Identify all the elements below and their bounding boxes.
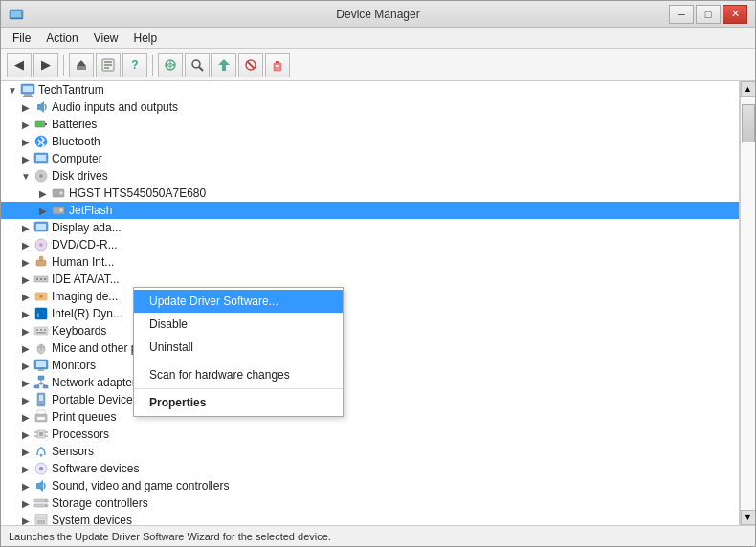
icon-disk	[33, 168, 49, 184]
expand-portable[interactable]: ▶	[18, 392, 33, 407]
svg-rect-22	[23, 96, 33, 97]
ctx-scan-hardware[interactable]: Scan for hardware changes	[134, 363, 343, 386]
tree-item-portable[interactable]: ▶Portable Devices	[1, 391, 739, 408]
tree-item-jetflash[interactable]: ▶JetFlash	[1, 202, 739, 219]
tree-item-network[interactable]: ▶Network adapters	[1, 374, 739, 391]
expand-display[interactable]: ▶	[18, 220, 33, 235]
svg-rect-73	[37, 417, 45, 420]
tree-item-monitors[interactable]: ▶Monitors	[1, 357, 739, 374]
close-button[interactable]: ✕	[723, 5, 747, 24]
tree-item-disk[interactable]: ▼Disk drives	[1, 167, 739, 185]
expand-keyboards[interactable]: ▶	[18, 323, 33, 339]
label-hgst: HGST HTS545050A7E680	[69, 186, 206, 200]
tree-item-intel[interactable]: ▶iIntel(R) Dyn...	[1, 305, 739, 322]
tree-item-human[interactable]: ▶Human Int...	[1, 253, 739, 271]
svg-point-35	[59, 191, 63, 195]
tree-item-processors[interactable]: ▶Processors	[1, 426, 739, 443]
menu-bar: File Action View Help	[1, 28, 755, 49]
ctx-properties[interactable]: Properties	[134, 391, 343, 414]
menu-view[interactable]: View	[86, 30, 126, 47]
svg-point-49	[39, 295, 43, 298]
ctx-uninstall[interactable]: Uninstall	[134, 336, 343, 359]
expand-sensors[interactable]: ▶	[18, 444, 33, 459]
tree-root[interactable]: ▼ TechTantrum	[1, 81, 739, 98]
title-bar: Device Manager ─ □ ✕	[1, 1, 755, 28]
status-text: Launches the Update Driver Software Wiza…	[9, 531, 331, 542]
menu-help[interactable]: Help	[126, 30, 166, 47]
scroll-up-button[interactable]: ▲	[741, 81, 756, 97]
expand-hgst[interactable]: ▶	[35, 186, 51, 201]
tree-item-system[interactable]: ▶System devices	[1, 512, 739, 525]
icon-portable	[33, 392, 49, 407]
scroll-thumb[interactable]	[742, 104, 755, 142]
expand-dvd[interactable]: ▶	[18, 237, 33, 252]
device-tree[interactable]: ▼ TechTantrum ▶Audio inputs and outputs▶…	[1, 81, 740, 525]
root-expand[interactable]: ▼	[5, 82, 20, 98]
menu-action[interactable]: Action	[38, 30, 85, 47]
tree-item-mice[interactable]: ▶Mice and other pointing devices	[1, 339, 739, 357]
expand-ide[interactable]: ▶	[18, 272, 33, 287]
tree-item-hgst[interactable]: ▶HGST HTS545050A7E680	[1, 185, 739, 202]
tree-item-keyboards[interactable]: ▶Keyboards	[1, 322, 739, 339]
tree-item-audio[interactable]: ▶Audio inputs and outputs	[1, 98, 739, 116]
label-sensors: Sensors	[52, 445, 94, 458]
maximize-button[interactable]: □	[696, 5, 721, 24]
label-ide: IDE ATA/AT...	[52, 273, 120, 286]
main-area: ▼ TechTantrum ▶Audio inputs and outputs▶…	[1, 81, 755, 525]
icon-monitors	[33, 358, 49, 373]
label-disk: Disk drives	[52, 169, 108, 183]
scan-button[interactable]	[185, 53, 210, 77]
scrollbar[interactable]: ▲ ▼	[740, 81, 755, 525]
tree-item-print[interactable]: ▶Print queues	[1, 408, 739, 426]
expand-monitors[interactable]: ▶	[18, 358, 33, 373]
uninstall-button[interactable]	[265, 53, 290, 77]
ctx-disable[interactable]: Disable	[134, 313, 343, 336]
tree-item-storage[interactable]: ▶Storage controllers	[1, 494, 739, 512]
expand-batteries[interactable]: ▶	[18, 117, 33, 132]
label-system: System devices	[52, 514, 132, 525]
expand-storage[interactable]: ▶	[18, 495, 33, 511]
up-button[interactable]	[69, 53, 94, 77]
expand-mice[interactable]: ▶	[18, 340, 33, 356]
tree-item-sound[interactable]: ▶Sound, video and game controllers	[1, 477, 739, 494]
expand-processors[interactable]: ▶	[18, 427, 33, 442]
tree-item-sensors[interactable]: ▶Sensors	[1, 443, 739, 460]
svg-marker-84	[36, 480, 43, 492]
expand-human[interactable]: ▶	[18, 254, 33, 270]
scroll-track[interactable]	[741, 97, 755, 510]
expand-imaging[interactable]: ▶	[18, 289, 33, 304]
forward-button[interactable]: ▶	[33, 53, 58, 77]
expand-software[interactable]: ▶	[18, 461, 33, 476]
tree-item-software[interactable]: ▶Software devices	[1, 460, 739, 477]
svg-rect-26	[36, 122, 42, 126]
tree-item-display[interactable]: ▶Display ada...	[1, 219, 739, 236]
properties-button[interactable]	[96, 53, 121, 77]
icon-system	[33, 513, 49, 525]
expand-print[interactable]: ▶	[18, 409, 33, 425]
expand-audio[interactable]: ▶	[18, 99, 33, 115]
scroll-down-button[interactable]: ▼	[741, 510, 756, 525]
tree-item-bluetooth[interactable]: ▶Bluetooth	[1, 133, 739, 150]
tree-item-dvd[interactable]: ▶DVD/CD-R...	[1, 236, 739, 253]
update-driver-button[interactable]	[211, 53, 236, 77]
back-button[interactable]: ◀	[7, 53, 32, 77]
expand-computer[interactable]: ▶	[18, 151, 33, 166]
tree-item-batteries[interactable]: ▶Batteries	[1, 116, 739, 133]
minimize-button[interactable]: ─	[669, 5, 694, 24]
ctx-update-driver[interactable]: Update Driver Software...	[134, 290, 343, 313]
svg-marker-4	[77, 60, 86, 66]
expand-intel[interactable]: ▶	[18, 306, 33, 321]
expand-disk[interactable]: ▼	[18, 168, 33, 184]
tree-item-ide[interactable]: ▶IDE ATA/AT...	[1, 271, 739, 288]
expand-jetflash[interactable]: ▶	[35, 203, 51, 218]
disable-device-button[interactable]	[238, 53, 263, 77]
tree-item-imaging[interactable]: ▶Imaging de...	[1, 288, 739, 305]
menu-file[interactable]: File	[5, 30, 38, 47]
help-button[interactable]: ?	[122, 53, 147, 77]
tree-item-computer[interactable]: ▶Computer	[1, 150, 739, 167]
network-button[interactable]	[158, 53, 183, 77]
expand-sound[interactable]: ▶	[18, 478, 33, 493]
expand-system[interactable]: ▶	[18, 513, 33, 525]
expand-bluetooth[interactable]: ▶	[18, 134, 33, 149]
expand-network[interactable]: ▶	[18, 375, 33, 390]
